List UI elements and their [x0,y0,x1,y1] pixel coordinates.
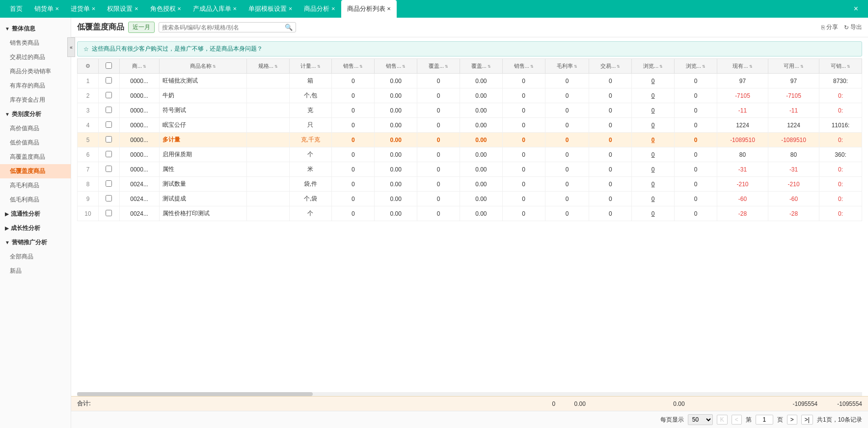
row-checkbox-cell[interactable] [99,147,119,162]
search-input[interactable] [162,24,285,31]
nav-product-analysis-list[interactable]: 商品分析列表 × [341,0,397,18]
row-checkbox[interactable] [106,210,112,216]
col-unit[interactable]: 计量...⇅ [289,59,332,74]
col-sales3[interactable]: 销售...⇅ [502,59,545,74]
row-number: 8 [78,177,99,192]
col-code[interactable]: 商...⇅ [119,59,159,74]
row-checkbox-cell[interactable] [99,74,119,88]
nav-product-entry[interactable]: 产成品入库单 × [187,0,243,18]
horizontal-scrollbar[interactable] [77,392,862,396]
sidebar-item-low-coverage[interactable]: 低覆盖度商品 [0,164,71,178]
row-browse1[interactable]: 0 [632,118,675,133]
row-cover2: 0.00 [460,177,502,192]
sidebar-section-marketing[interactable]: ▼ 营销推广分析 [0,235,71,250]
col-stock3[interactable]: 可销...⇅ [819,59,862,74]
row-checkbox-cell[interactable] [99,133,119,147]
col-browse2[interactable]: 浏览...⇅ [675,59,717,74]
last-page-button[interactable]: >| [801,415,813,425]
row-spec [246,118,289,133]
nav-purchase[interactable]: 进货单 × [65,0,101,18]
nav-template-settings[interactable]: 单据模板设置 × [243,0,298,18]
table-row: 5 0000... 多计量 克,千克 0 0.00 0 0.00 0 0 0 0… [78,133,862,147]
sidebar-item-all-products[interactable]: 全部商品 [0,250,71,264]
export-button[interactable]: ↻ 导出 [844,23,862,31]
row-browse1[interactable]: 0 [632,88,675,103]
col-stock2[interactable]: 可用...⇅ [768,59,819,74]
sidebar-item-traded-products[interactable]: 交易过的商品 [0,50,71,64]
row-checkbox-cell[interactable] [99,88,119,103]
row-checkbox-cell[interactable] [99,118,119,133]
row-checkbox[interactable] [106,107,112,113]
row-browse1[interactable]: 0 [632,74,675,88]
row-checkbox[interactable] [106,136,112,143]
sidebar-section-category[interactable]: ▼ 类别度分析 [0,107,71,121]
next-page-button[interactable]: > [787,415,797,425]
nav-sales[interactable]: 销货单 × [28,0,65,18]
nav-product-analysis[interactable]: 商品分析 × [298,0,341,18]
col-gross[interactable]: 毛利率⇅ [545,59,589,74]
share-button[interactable]: ⎘ 分享 [821,23,838,31]
col-sales2[interactable]: 销售...⇅ [375,59,417,74]
col-checkbox[interactable] [99,59,119,74]
row-browse1[interactable]: 0 [632,192,675,206]
row-browse1[interactable]: 0 [632,162,675,177]
row-checkbox[interactable] [106,77,112,84]
col-spec[interactable]: 规格...⇅ [246,59,289,74]
row-checkbox-cell[interactable] [99,162,119,177]
row-browse1[interactable]: 0 [632,177,675,192]
row-checkbox[interactable] [106,121,112,128]
row-trade: 0 [589,147,632,162]
row-checkbox-cell[interactable] [99,177,119,192]
prev-page-button[interactable]: < [732,415,742,425]
row-checkbox[interactable] [106,151,112,157]
sidebar-item-new-products[interactable]: 新品 [0,264,71,278]
row-checkbox[interactable] [106,195,112,201]
sidebar-section-liquidity[interactable]: ▶ 流通性分析 [0,207,71,221]
row-browse1[interactable]: 0 [632,133,675,147]
sidebar-item-high-value[interactable]: 高价值商品 [0,121,71,136]
row-checkbox[interactable] [106,166,112,172]
row-browse1[interactable]: 0 [632,147,675,162]
sidebar-item-low-value[interactable]: 低价值商品 [0,136,71,150]
sidebar-collapse-button[interactable]: « [67,37,75,57]
row-checkbox[interactable] [106,92,112,98]
col-sales1[interactable]: 销售...⇅ [332,59,375,74]
page-number-input[interactable] [756,415,773,425]
row-browse1[interactable]: 0 [632,206,675,221]
col-trade[interactable]: 交易...⇅ [589,59,632,74]
row-checkbox-cell[interactable] [99,192,119,206]
settings-icon[interactable]: ⚙ [85,63,90,69]
row-cover2: 0.00 [460,147,502,162]
sidebar-item-stocked-products[interactable]: 有库存的商品 [0,79,71,93]
col-cover1[interactable]: 覆盖...⇅ [417,59,460,74]
sidebar-section-growth[interactable]: ▶ 成长性分析 [0,221,71,235]
footer-sales2: 0.00 [565,400,595,407]
scrollbar-thumb[interactable] [77,392,313,396]
row-browse2: 0 [675,177,717,192]
nav-home[interactable]: 首页 [4,0,28,18]
first-page-button[interactable]: K [717,415,728,425]
sidebar-item-low-margin[interactable]: 低毛利商品 [0,193,71,207]
sidebar-item-sales-products[interactable]: 销售类商品 [0,36,71,50]
row-browse1[interactable]: 0 [632,103,675,118]
sidebar-section-overall[interactable]: ▼ 整体信息 [0,22,71,36]
row-checkbox-cell[interactable] [99,103,119,118]
col-cover2[interactable]: 覆盖...⇅ [460,59,502,74]
time-filter-button[interactable]: 近一月 [128,22,155,33]
sidebar-item-high-margin[interactable]: 高毛利商品 [0,178,71,193]
row-checkbox[interactable] [106,180,112,187]
close-button[interactable]: × [848,4,864,13]
row-checkbox-cell[interactable] [99,206,119,221]
nav-role-auth[interactable]: 角色授权 × [144,0,187,18]
sidebar-item-high-coverage[interactable]: 高覆盖度商品 [0,150,71,164]
sidebar-item-category-rate[interactable]: 商品分类动销率 [0,64,71,79]
col-settings[interactable]: ⚙ [78,59,99,74]
col-browse1[interactable]: 浏览...⇅ [632,59,675,74]
select-all-checkbox[interactable] [106,62,112,69]
sidebar-item-capital-occupied[interactable]: 库存资金占用 [0,93,71,107]
col-stock1[interactable]: 现有...⇅ [717,59,768,74]
product-table-container[interactable]: ⚙ 商...⇅ 商品名称⇅ 规格...⇅ 计量...⇅ 销售...⇅ 销售...… [77,58,862,392]
col-name[interactable]: 商品名称⇅ [159,59,246,74]
per-page-select[interactable]: 50 20 100 [688,414,713,425]
nav-permissions[interactable]: 权限设置 × [101,0,144,18]
